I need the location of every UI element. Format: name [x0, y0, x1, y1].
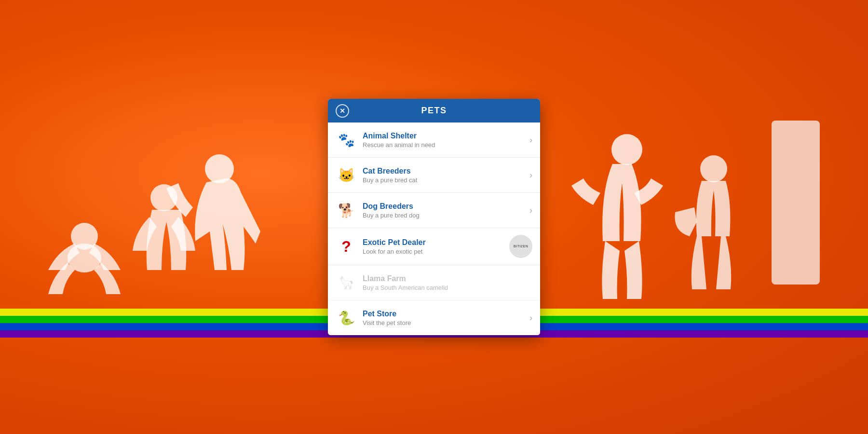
- animal-shelter-text: Animal ShelterRescue an animal in need: [363, 132, 526, 149]
- animal-shelter-subtitle: Rescue an animal in need: [363, 141, 526, 149]
- menu-list: 🐾Animal ShelterRescue an animal in need›…: [328, 122, 540, 335]
- pet-store-subtitle: Visit the pet store: [363, 319, 526, 326]
- llama-farm-icon: 🦙: [336, 272, 357, 293]
- dog-breeders-chevron: ›: [529, 205, 532, 216]
- dog-breeders-subtitle: Buy a pure bred dog: [363, 212, 526, 219]
- dog-breeders-icon: 🐕: [336, 200, 357, 221]
- cat-breeders-subtitle: Buy a pure bred cat: [363, 176, 526, 184]
- dog-breeders-title: Dog Breeders: [363, 202, 526, 211]
- dialog-title: PETS: [421, 106, 447, 116]
- menu-item-exotic-pet-dealer[interactable]: ?Exotic Pet DealerLook for an exotic pet…: [328, 228, 540, 265]
- llama-farm-title: Llama Farm: [363, 274, 532, 283]
- bitizen-badge-text: BITIZEN: [514, 244, 529, 248]
- exotic-pet-dealer-text: Exotic Pet DealerLook for an exotic pet: [363, 238, 505, 255]
- menu-item-llama-farm: 🦙Llama FarmBuy a South American camelid: [328, 265, 540, 300]
- animal-shelter-chevron: ›: [529, 135, 532, 145]
- pet-store-icon: 🐍: [336, 307, 357, 328]
- llama-farm-subtitle: Buy a South American camelid: [363, 284, 532, 291]
- menu-item-dog-breeders[interactable]: 🐕Dog BreedersBuy a pure bred dog›: [328, 193, 540, 228]
- menu-item-animal-shelter[interactable]: 🐾Animal ShelterRescue an animal in need›: [328, 122, 540, 158]
- bitizen-badge: BITIZEN: [509, 235, 532, 258]
- pet-store-title: Pet Store: [363, 310, 526, 318]
- llama-farm-text: Llama FarmBuy a South American camelid: [363, 274, 532, 291]
- cat-breeders-title: Cat Breeders: [363, 167, 526, 176]
- animal-shelter-icon: 🐾: [336, 129, 357, 150]
- menu-item-pet-store[interactable]: 🐍Pet StoreVisit the pet store›: [328, 300, 540, 335]
- cat-breeders-icon: 🐱: [336, 164, 357, 186]
- cat-breeders-chevron: ›: [529, 170, 532, 180]
- cat-breeders-text: Cat BreedersBuy a pure bred cat: [363, 167, 526, 184]
- pet-store-text: Pet StoreVisit the pet store: [363, 310, 526, 326]
- close-button[interactable]: ✕: [336, 104, 349, 118]
- dog-breeders-text: Dog BreedersBuy a pure bred dog: [363, 202, 526, 219]
- pet-store-chevron: ›: [529, 313, 532, 323]
- animal-shelter-title: Animal Shelter: [363, 132, 526, 140]
- menu-item-cat-breeders[interactable]: 🐱Cat BreedersBuy a pure bred cat›: [328, 158, 540, 193]
- exotic-pet-dealer-subtitle: Look for an exotic pet: [363, 248, 505, 255]
- dialog-header: ✕ PETS: [328, 99, 540, 122]
- exotic-pet-dealer-title: Exotic Pet Dealer: [363, 238, 505, 247]
- page-overlay: ✕ PETS 🐾Animal ShelterRescue an animal i…: [0, 0, 868, 434]
- exotic-pet-dealer-icon: ?: [336, 236, 357, 257]
- pets-dialog: ✕ PETS 🐾Animal ShelterRescue an animal i…: [328, 99, 540, 335]
